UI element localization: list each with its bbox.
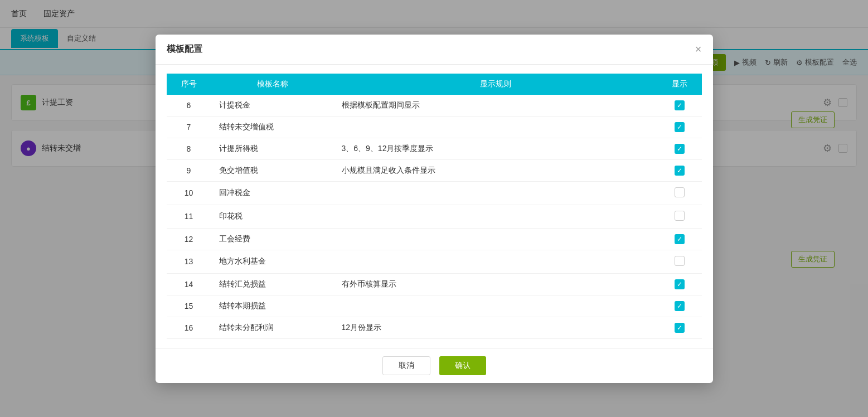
cell-seq: 13 — [167, 250, 211, 273]
table-row: 8计提所得税3、6、9、12月按季度显示✓ — [167, 138, 702, 159]
col-header-name: 模板名称 — [211, 74, 334, 95]
table-row: 9免交增值税小规模且满足收入条件显示✓ — [167, 159, 702, 181]
checkbox-checked[interactable]: ✓ — [675, 234, 685, 244]
cell-seq: 8 — [167, 138, 211, 159]
cell-checkbox[interactable] — [657, 205, 702, 228]
table-row: 11印花税 — [167, 205, 702, 228]
table-row: 6计提税金根据模板配置期间显示✓ — [167, 95, 702, 117]
cell-name: 结转本期损益 — [211, 295, 334, 317]
modal-header: 模板配置 × — [156, 35, 713, 65]
modal-template-config: 模板配置 × 序号 模板名称 显示规则 显示 6计提税金根据模板配置期间显示✓7… — [156, 35, 713, 383]
cell-seq: 15 — [167, 295, 211, 317]
modal-overlay: 模板配置 × 序号 模板名称 显示规则 显示 6计提税金根据模板配置期间显示✓7… — [0, 0, 868, 417]
config-table: 序号 模板名称 显示规则 显示 6计提税金根据模板配置期间显示✓7结转未交增值税… — [167, 74, 702, 339]
col-header-display: 显示 — [657, 74, 702, 95]
cell-rule — [334, 228, 657, 250]
cell-name: 免交增值税 — [211, 159, 334, 181]
cell-checkbox[interactable]: ✓ — [657, 95, 702, 117]
modal-close-button[interactable]: × — [695, 43, 702, 55]
cell-checkbox[interactable]: ✓ — [657, 317, 702, 338]
cell-rule — [334, 295, 657, 317]
checkbox-unchecked[interactable] — [675, 256, 685, 266]
cell-checkbox[interactable]: ✓ — [657, 228, 702, 250]
modal-title: 模板配置 — [167, 43, 202, 55]
cell-seq: 10 — [167, 181, 211, 205]
cell-seq: 16 — [167, 317, 211, 338]
cell-name: 工会经费 — [211, 228, 334, 250]
checkbox-checked[interactable]: ✓ — [675, 323, 685, 333]
confirm-button[interactable]: 确认 — [439, 356, 486, 375]
checkbox-checked[interactable]: ✓ — [675, 144, 685, 154]
checkbox-checked[interactable]: ✓ — [675, 100, 685, 110]
checkbox-unchecked[interactable] — [675, 187, 685, 197]
table-row: 13地方水利基金 — [167, 250, 702, 273]
col-header-rule: 显示规则 — [334, 74, 657, 95]
cell-seq: 14 — [167, 273, 211, 295]
cell-rule: 3、6、9、12月按季度显示 — [334, 138, 657, 159]
checkbox-checked[interactable]: ✓ — [675, 122, 685, 132]
modal-footer: 取消 确认 — [156, 348, 713, 383]
cell-checkbox[interactable]: ✓ — [657, 116, 702, 138]
cell-name: 回冲税金 — [211, 181, 334, 205]
cell-checkbox[interactable] — [657, 181, 702, 205]
cell-checkbox[interactable]: ✓ — [657, 295, 702, 317]
table-row: 14结转汇兑损益有外币核算显示✓ — [167, 273, 702, 295]
cell-checkbox[interactable]: ✓ — [657, 273, 702, 295]
cell-seq: 6 — [167, 95, 211, 117]
cell-seq: 9 — [167, 159, 211, 181]
cell-rule: 12月份显示 — [334, 317, 657, 338]
cell-name: 计提税金 — [211, 95, 334, 117]
table-header-row: 序号 模板名称 显示规则 显示 — [167, 74, 702, 95]
table-row: 16结转未分配利润12月份显示✓ — [167, 317, 702, 338]
table-row: 7结转未交增值税✓ — [167, 116, 702, 138]
checkbox-checked[interactable]: ✓ — [675, 301, 685, 311]
cell-name: 结转汇兑损益 — [211, 273, 334, 295]
cell-name: 印花税 — [211, 205, 334, 228]
cell-rule — [334, 181, 657, 205]
checkbox-unchecked[interactable] — [675, 211, 685, 221]
col-header-seq: 序号 — [167, 74, 211, 95]
cell-seq: 12 — [167, 228, 211, 250]
table-row: 12工会经费✓ — [167, 228, 702, 250]
cell-seq: 11 — [167, 205, 211, 228]
cell-name: 结转未交增值税 — [211, 116, 334, 138]
cell-name: 地方水利基金 — [211, 250, 334, 273]
cell-checkbox[interactable]: ✓ — [657, 138, 702, 159]
cell-checkbox[interactable]: ✓ — [657, 159, 702, 181]
cell-checkbox[interactable] — [657, 250, 702, 273]
table-row: 15结转本期损益✓ — [167, 295, 702, 317]
cell-rule — [334, 116, 657, 138]
table-body: 6计提税金根据模板配置期间显示✓7结转未交增值税✓8计提所得税3、6、9、12月… — [167, 95, 702, 339]
cell-name: 计提所得税 — [211, 138, 334, 159]
cell-seq: 7 — [167, 116, 211, 138]
cell-rule: 有外币核算显示 — [334, 273, 657, 295]
table-head: 序号 模板名称 显示规则 显示 — [167, 74, 702, 95]
checkbox-checked[interactable]: ✓ — [675, 166, 685, 176]
modal-body: 序号 模板名称 显示规则 显示 6计提税金根据模板配置期间显示✓7结转未交增值税… — [156, 65, 713, 348]
cell-rule: 根据模板配置期间显示 — [334, 95, 657, 117]
cell-name: 结转未分配利润 — [211, 317, 334, 338]
cell-rule — [334, 205, 657, 228]
table-row: 10回冲税金 — [167, 181, 702, 205]
cell-rule — [334, 250, 657, 273]
cancel-button[interactable]: 取消 — [382, 356, 430, 375]
checkbox-checked[interactable]: ✓ — [675, 279, 685, 289]
cell-rule: 小规模且满足收入条件显示 — [334, 159, 657, 181]
